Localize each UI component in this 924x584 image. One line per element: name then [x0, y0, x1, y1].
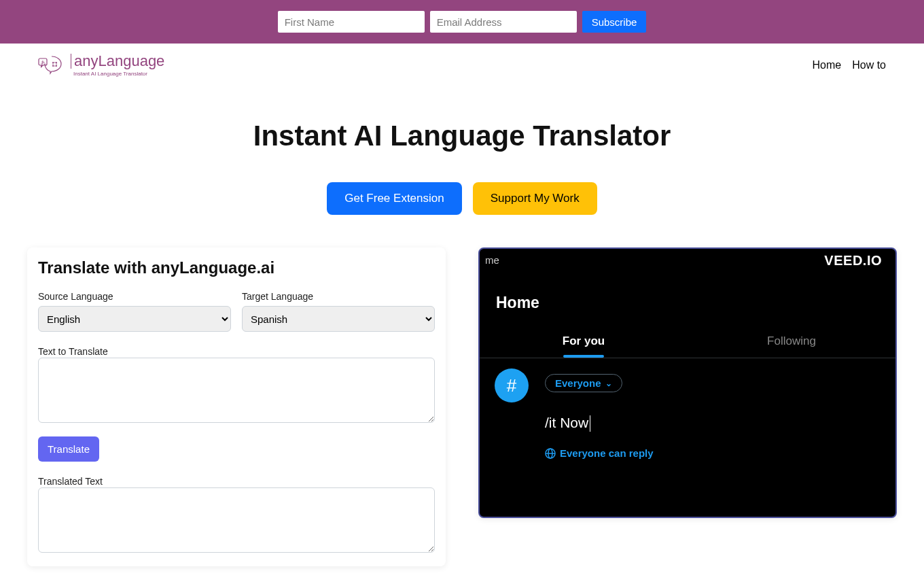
video-tabs: For you Following: [480, 334, 895, 358]
demo-video[interactable]: me VEED.IO Home For you Following # Ever…: [478, 247, 897, 518]
brand-name: anyLanguage: [71, 54, 164, 69]
first-name-input[interactable]: [278, 11, 425, 33]
translate-button[interactable]: Translate: [38, 436, 99, 462]
video-me-label: me: [485, 254, 499, 266]
how-it-works-title: How anyLanguage.ai works:: [0, 577, 924, 584]
nav-link-howto[interactable]: How to: [852, 59, 886, 71]
compose-text: /it Now: [545, 415, 590, 432]
tab-following: Following: [688, 334, 895, 358]
tab-for-you: For you: [480, 334, 688, 358]
audience-pill: Everyone ⌄: [545, 374, 622, 392]
translated-text-output[interactable]: [38, 487, 435, 553]
translator-card: Translate with anyLanguage.ai Source Lan…: [27, 247, 446, 566]
hash-icon: #: [507, 375, 516, 396]
brain-chat-icon: あ: [38, 54, 65, 76]
veed-watermark: VEED.IO: [824, 253, 882, 269]
source-language-label: Source Language: [38, 291, 231, 302]
chevron-down-icon: ⌄: [605, 379, 612, 388]
email-input[interactable]: [430, 11, 577, 33]
main-nav: あ anyLanguage Instant AI Language Transl…: [0, 44, 924, 87]
target-language-select[interactable]: Spanish: [242, 306, 435, 332]
text-to-translate-label: Text to Translate: [38, 346, 108, 357]
translator-title: Translate with anyLanguage.ai: [38, 258, 435, 277]
nav-link-home[interactable]: Home: [813, 59, 842, 71]
brand-tagline: Instant AI Language Translator: [71, 71, 164, 77]
logo[interactable]: あ anyLanguage Instant AI Language Transl…: [38, 54, 164, 77]
video-home-heading: Home: [496, 294, 539, 312]
source-language-select[interactable]: English: [38, 306, 231, 332]
globe-icon: [545, 448, 556, 459]
support-button[interactable]: Support My Work: [473, 182, 597, 215]
translated-text-label: Translated Text: [38, 476, 103, 487]
text-to-translate-input[interactable]: [38, 358, 435, 423]
page-title: Instant AI Language Translator: [0, 120, 924, 152]
text-cursor: [590, 415, 590, 432]
get-extension-button[interactable]: Get Free Extension: [327, 182, 461, 215]
subscribe-bar: Subscribe: [0, 0, 924, 44]
avatar: #: [495, 368, 529, 402]
target-language-label: Target Language: [242, 291, 435, 302]
reply-scope: Everyone can reply: [545, 447, 654, 459]
subscribe-button[interactable]: Subscribe: [582, 11, 647, 33]
